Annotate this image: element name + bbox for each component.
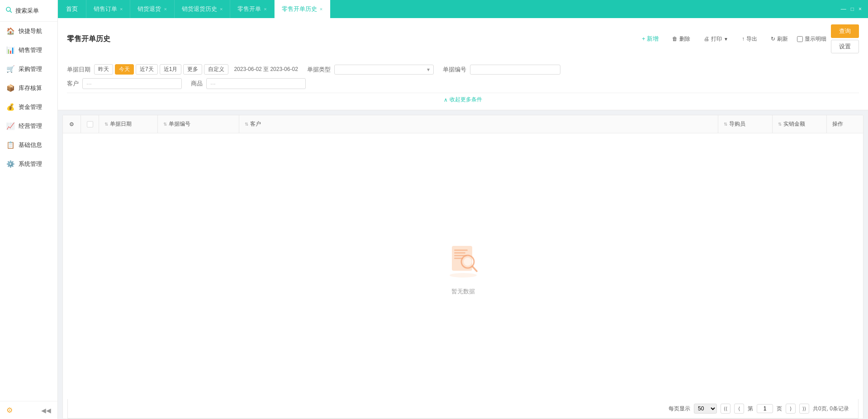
tab-sales-order[interactable]: 销售订单 × xyxy=(86,0,130,18)
page-total: 共0页, 0条记录 xyxy=(813,405,849,413)
th-customer[interactable]: ⇅ 客户 xyxy=(239,115,718,133)
date-btn-today[interactable]: 今天 xyxy=(115,64,134,75)
date-btn-yesterday[interactable]: 昨天 xyxy=(94,64,113,75)
table-header: ⚙ ⇅ 单据日期 ⇅ 单据编号 ⇅ 客户 ⇅ xyxy=(63,115,863,133)
bill-type-select[interactable]: ▾ xyxy=(334,65,434,75)
refresh-button[interactable]: ↻ 刷新 xyxy=(766,33,792,45)
sidebar-item-label: 销售管理 xyxy=(19,46,42,54)
empty-text: 暂无数据 xyxy=(451,287,475,296)
main-content: 首页 销售订单 × 销货退货 × 销货退货历史 × 零售开单 × 零售开单历史 … xyxy=(58,0,868,419)
date-btn-more[interactable]: 更多 xyxy=(183,64,202,75)
tab-retail-open-label: 零售开单 xyxy=(237,5,261,13)
sidebar-search[interactable]: 搜索采单 xyxy=(0,0,57,22)
sidebar-item-operation-mgmt[interactable]: 📈 经营管理 xyxy=(0,117,57,136)
bill-no-input[interactable] xyxy=(470,65,560,75)
export-button[interactable]: ↑ 导出 xyxy=(737,33,762,45)
data-table: ⚙ ⇅ 单据日期 ⇅ 单据编号 ⇅ 客户 ⇅ xyxy=(62,115,863,419)
display-detail-input[interactable] xyxy=(797,36,803,42)
setting-button[interactable]: 设置 xyxy=(831,40,859,53)
filter-field-date: 单据日期 昨天 今天 近7天 近1月 更多 自定义 2023-06-02 至 2… xyxy=(67,64,298,75)
topbar: 首页 销售订单 × 销货退货 × 销货退货历史 × 零售开单 × 零售开单历史 … xyxy=(58,0,868,18)
th-date[interactable]: ⇅ 单据日期 xyxy=(99,115,158,133)
tab-retail-open[interactable]: 零售开单 × xyxy=(230,0,274,18)
page-next-btn[interactable]: ⟩ xyxy=(786,404,796,414)
close-tab-retail-open[interactable]: × xyxy=(264,6,266,12)
filter-field-customer: 客户 ··· xyxy=(67,78,182,89)
tab-retail-open-history[interactable]: 零售开单历史 × xyxy=(275,0,330,18)
svg-rect-5 xyxy=(454,252,465,254)
page-prev-btn[interactable]: ⟨ xyxy=(734,404,744,414)
close-tab-sales-return[interactable]: × xyxy=(164,6,166,12)
tab-home[interactable]: 首页 xyxy=(58,0,86,18)
filter-row-1: 单据日期 昨天 今天 近7天 近1月 更多 自定义 2023-06-02 至 2… xyxy=(67,64,859,75)
date-btn-7days[interactable]: 近7天 xyxy=(136,64,158,75)
sidebar-item-finance-mgmt[interactable]: 💰 资金管理 xyxy=(0,98,57,117)
settings-col-icon: ⚙ xyxy=(69,121,74,127)
close-tab-retail-open-history[interactable]: × xyxy=(320,6,323,12)
window-minimize-btn[interactable]: — xyxy=(841,6,846,12)
sidebar-search-label: 搜索采单 xyxy=(15,7,39,15)
delete-button[interactable]: 🗑 删除 xyxy=(668,33,695,45)
tab-retail-open-history-label: 零售开单历史 xyxy=(282,5,317,13)
print-button[interactable]: 🖨 打印 ▼ xyxy=(699,33,733,45)
close-tab-sales-order[interactable]: × xyxy=(120,6,123,12)
display-detail-checkbox[interactable]: 显示明细 xyxy=(797,35,826,43)
filter-field-billno: 单据编号 xyxy=(443,65,560,75)
print-dropdown-icon: ▼ xyxy=(724,37,728,42)
date-buttons: 昨天 今天 近7天 近1月 更多 自定义 xyxy=(94,64,228,75)
th-settings[interactable]: ⚙ xyxy=(63,115,81,133)
th-check[interactable] xyxy=(81,115,99,133)
page-end-label: 页 xyxy=(777,405,782,413)
sidebar-item-quick-nav[interactable]: 🏠 快捷导航 xyxy=(0,22,57,41)
per-page-select[interactable]: 50 100 200 xyxy=(694,404,717,414)
table-body: 暂无数据 xyxy=(63,133,863,399)
query-button[interactable]: 查询 xyxy=(831,24,859,38)
per-page-label: 每页显示 xyxy=(669,405,690,413)
page-number-input[interactable] xyxy=(757,404,773,413)
money-icon: 💰 xyxy=(6,103,15,111)
close-tab-sales-return-history[interactable]: × xyxy=(220,6,223,12)
th-guide[interactable]: ⇅ 导购员 xyxy=(718,115,773,133)
svg-point-9 xyxy=(464,258,472,266)
empty-illustration xyxy=(441,237,486,282)
tab-sales-return-history[interactable]: 销货退货历史 × xyxy=(175,0,230,18)
refresh-icon: ↻ xyxy=(771,36,775,42)
settings-icon[interactable]: ⚙ xyxy=(6,406,13,414)
sidebar-item-sales-mgmt[interactable]: 📊 销售管理 xyxy=(0,41,57,60)
box-icon: 📦 xyxy=(6,84,15,92)
sidebar-item-label: 系统管理 xyxy=(19,160,42,168)
window-close-btn[interactable]: × xyxy=(859,6,862,12)
filter-field-goods: 商品 ··· xyxy=(191,78,306,89)
customer-label: 客户 xyxy=(67,80,79,88)
chevron-down-icon: ▾ xyxy=(427,66,430,73)
goods-select[interactable]: ··· xyxy=(206,78,306,89)
th-billno[interactable]: ⇅ 单据编号 xyxy=(158,115,239,133)
sidebar-item-label: 快捷导航 xyxy=(19,27,42,35)
sidebar-item-purchase-mgmt[interactable]: 🛒 采购管理 xyxy=(0,60,57,79)
print-icon: 🖨 xyxy=(704,36,709,42)
collapse-sidebar-icon[interactable]: ◀◀ xyxy=(41,407,51,414)
page-first-btn[interactable]: ⟨⟨ xyxy=(721,404,730,414)
window-maximize-btn[interactable]: □ xyxy=(851,6,854,12)
pagination-bar: 每页显示 50 100 200 ⟨⟨ ⟨ 第 页 ⟩ ⟩⟩ 共0页, 0条记录 xyxy=(67,399,859,419)
collapse-filter-btn[interactable]: ∧ 收起更多条件 xyxy=(67,93,859,106)
date-range-display: 2023-06-02 至 2023-06-02 xyxy=(234,66,298,73)
tab-sales-return[interactable]: 销货退货 × xyxy=(130,0,174,18)
filter-row-2: 客户 ··· 商品 ··· xyxy=(67,78,859,89)
goods-dots: ··· xyxy=(210,80,216,87)
page-label: 第 xyxy=(748,405,753,413)
date-btn-1month[interactable]: 近1月 xyxy=(160,64,182,75)
sidebar-item-basic-info[interactable]: 📋 基础信息 xyxy=(0,136,57,155)
sidebar-item-sys-mgmt[interactable]: ⚙️ 系统管理 xyxy=(0,155,57,174)
svg-line-10 xyxy=(472,266,477,271)
th-amount[interactable]: ⇅ 实销金额 xyxy=(773,115,827,133)
customer-select[interactable]: ··· xyxy=(82,78,182,89)
sidebar-item-stock-calc[interactable]: 📦 库存核算 xyxy=(0,79,57,98)
svg-point-0 xyxy=(6,7,10,11)
date-btn-custom[interactable]: 自定义 xyxy=(204,64,228,75)
new-button[interactable]: + 新增 xyxy=(637,33,663,45)
page-last-btn[interactable]: ⟩⟩ xyxy=(799,404,809,414)
sort-icon-guide: ⇅ xyxy=(724,122,727,127)
th-billno-label: 单据编号 xyxy=(169,120,190,128)
select-all-checkbox[interactable] xyxy=(87,121,93,127)
